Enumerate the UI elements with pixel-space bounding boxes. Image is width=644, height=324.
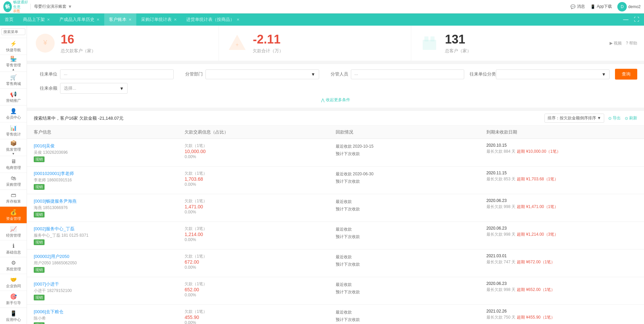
logo-area: 畅 畅捷通好生意 示范: [3, 0, 30, 13]
collapse-button[interactable]: ⋀ 收起更多条件: [321, 97, 350, 103]
customer-name-link[interactable]: [0016]吴俊: [34, 143, 185, 149]
last-collection: 最近收款: [336, 309, 486, 316]
overdue-amount-link[interactable]: 超期 ¥1,703.68（1笔）: [517, 177, 558, 181]
tab-minimize-icon[interactable]: —: [621, 16, 631, 23]
table-container: 客户信息 欠款交易信息（占比） 回款情况 到期未收款日期 [0016]吴俊 吴俊…: [27, 126, 644, 324]
tab-expand-icon[interactable]: ⛶: [632, 16, 641, 23]
customer-name-link[interactable]: [0002]服务中心_丁磊: [34, 226, 185, 232]
debt-customers-icon: ¥: [35, 33, 55, 53]
sidebar-item-marketing[interactable]: 📢 营销推广: [0, 89, 27, 106]
customer-name-link[interactable]: [0003]畅捷服务尹海燕: [34, 198, 185, 204]
sidebar: ⚡ 快捷导航 🏪 零售管理 ▲ 🛒 零售商城 📢 营销推广 👤 会员中心 📊 零…: [0, 26, 27, 324]
stats-bar: ¥ 16 总欠款客户（家） + -2.11 欠款合计（万）: [27, 26, 644, 61]
last-collection: 最近收款: [336, 281, 486, 289]
tab-home[interactable]: 首页: [0, 13, 18, 26]
overdue-amount-link[interactable]: 超期 ¥455.90（1笔）: [517, 315, 555, 320]
help-button[interactable]: ? 帮助: [626, 40, 637, 46]
tab-close-icon[interactable]: ✕: [96, 18, 100, 22]
customer-name-link[interactable]: [0007]小进干: [34, 281, 185, 287]
customer-phone: 服务中心_丁磊 181 0125 8371: [34, 233, 88, 238]
customer-tag: 现销: [34, 295, 45, 300]
app-download-button[interactable]: 📱 App下载: [590, 4, 612, 9]
sidebar-item-finance[interactable]: 💰 资金管理: [0, 207, 27, 224]
collection-info-cell: 最近收款 2020-10-15 预计下次收款: [336, 143, 486, 157]
overdue-info-cell: 2020.06.23 最长欠款 998 天 超期 ¥1,471.00（1笔）: [486, 198, 637, 210]
sidebar-item-guide[interactable]: 🎯 新手引导: [0, 291, 27, 308]
total-customers-label: 总客户（家）: [445, 48, 471, 54]
overdue-days: 最长欠款 998 天: [486, 204, 516, 209]
tab-product-listing[interactable]: 商品上下架 ✕: [18, 13, 55, 26]
chevron-down-icon: ▼: [601, 72, 606, 77]
filter-select-balance[interactable]: 选择... ▼: [60, 83, 128, 94]
due-date: 2020.10.15: [486, 143, 637, 148]
sidebar-item-system[interactable]: ⚙ 系统管理: [0, 257, 27, 274]
refresh-icon: ⊙: [625, 116, 628, 121]
tab-purchase-stats[interactable]: 采购订单统计表 ✕: [136, 13, 181, 26]
filter-select-dept[interactable]: ▼: [205, 69, 319, 79]
customer-name-link[interactable]: [0001020001]李老师: [34, 171, 185, 177]
company-selector[interactable]: 母婴行业演示账套 ▼: [30, 4, 76, 9]
sidebar-item-member-center[interactable]: 👤 会员中心: [0, 106, 27, 122]
sidebar-item-retail-mall[interactable]: 🛒 零售商城: [0, 72, 27, 89]
customer-name-link[interactable]: [000002]用户2050: [34, 254, 185, 260]
user-menu[interactable]: D demo2: [617, 2, 641, 11]
table-row: [0003]畅捷服务尹海燕 海燕 18513066976 现销 欠款（1笔） 1…: [27, 194, 644, 222]
last-collection: 最近收款 2020-06-30: [336, 171, 486, 178]
main-content: ¥ 16 总欠款客户（家） + -2.11 欠款合计（万）: [27, 26, 644, 324]
table-row: [0006]去下粮仓 陈小希 现销 欠款（1笔） 455.90 0.00% 最近…: [27, 305, 644, 324]
debt-pct: 0.00%: [185, 210, 196, 214]
sidebar-item-quick-nav[interactable]: ⚡ 快捷导航: [0, 38, 27, 55]
sidebar-item-purchase[interactable]: 🛍 采购管理: [0, 173, 27, 190]
tab-close-icon[interactable]: ✕: [174, 18, 177, 22]
tab-close-icon[interactable]: ✕: [129, 18, 132, 22]
overdue-days: 最长欠款 750 天: [486, 315, 516, 320]
overdue-amount-link[interactable]: 超期 ¥1,214.00（3笔）: [517, 232, 558, 237]
tab-purchase-product-stats[interactable]: 进货单统计表（按商品） ✕: [181, 13, 244, 26]
tab-production-history[interactable]: 产成品入库单历史 ✕: [55, 13, 104, 26]
chevron-down-icon: ▼: [12, 152, 15, 155]
customer-phone: 海燕 18513066976: [34, 205, 68, 210]
sidebar-item-wholesale[interactable]: 📦 批发管理 ▼: [0, 139, 27, 156]
results-info: 搜索结果中，客户16家 欠款金额 -21,148.07元: [34, 115, 123, 121]
sidebar-item-retail-mgmt[interactable]: 🏪 零售管理 ▲: [0, 55, 27, 72]
sidebar-item-operations[interactable]: 📈 经营管理: [0, 224, 27, 240]
purchase-icon: 🛍: [11, 175, 16, 181]
filter-select-category[interactable]: ▼: [496, 69, 610, 79]
filter-input-person[interactable]: ···: [351, 69, 465, 79]
tab-customer-account[interactable]: 客户账本 ✕: [104, 13, 136, 26]
search-button[interactable]: 查询: [615, 69, 637, 80]
overdue-amount-link[interactable]: 超期 ¥672.00（1笔）: [517, 260, 555, 264]
customer-tag: 现销: [34, 184, 45, 190]
sidebar-search-input[interactable]: [1, 28, 25, 35]
sidebar-item-enterprise-collab[interactable]: 🤝 企业协同: [0, 274, 27, 291]
export-button[interactable]: ⊙ 导出: [608, 115, 621, 121]
collection-info-cell: 最近收款 2020-06-30 预计下次收款: [336, 171, 486, 185]
help-icon: ?: [626, 41, 628, 46]
overdue-amount-link[interactable]: 超期 ¥10,000.00（1笔）: [517, 149, 561, 154]
sidebar-item-ecommerce[interactable]: 🖥 电商管理: [0, 156, 27, 173]
debt-amount: 652.00: [185, 287, 335, 292]
debt-pct: 0.00%: [185, 265, 196, 270]
tab-close-icon[interactable]: ✕: [236, 18, 240, 22]
debt-customers-count: 16: [61, 32, 96, 47]
sidebar-item-inventory[interactable]: 🗃 库存核算: [0, 190, 27, 207]
overdue-amount-link[interactable]: 超期 ¥652.00（1笔）: [517, 287, 555, 292]
table-row: [000002]用户2050 用户2050 18665062050 现销 欠款（…: [27, 249, 644, 277]
sort-selector[interactable]: 排序：按欠款金额倒序排序 ▼: [544, 114, 604, 123]
system-icon: ⚙: [11, 260, 16, 266]
view-video-button[interactable]: ▶ 视频: [610, 40, 622, 46]
sidebar-item-basic-info[interactable]: ℹ 基础信息: [0, 240, 27, 257]
refresh-button[interactable]: ⊙ 刷新: [625, 115, 637, 121]
tab-close-icon[interactable]: ✕: [47, 18, 50, 22]
customer-name-link[interactable]: [0006]去下粮仓: [34, 309, 185, 315]
filter-input-unit[interactable]: ···: [60, 69, 174, 79]
message-button[interactable]: 💬 消息: [570, 4, 585, 9]
company-dropdown-icon: ▼: [68, 4, 72, 9]
next-collection: 预计下次收款: [336, 289, 486, 296]
svg-rect-6: [430, 36, 435, 41]
collection-info-cell: 最近收款 预计下次收款: [336, 226, 486, 240]
overdue-amount-link[interactable]: 超期 ¥1,471.00（1笔）: [517, 204, 558, 209]
results-actions: 排序：按欠款金额倒序排序 ▼ ⊙ 导出 ⊙ 刷新: [544, 114, 637, 123]
sidebar-item-retail-stats[interactable]: 📊 零售统计: [0, 122, 27, 139]
sidebar-item-app-center[interactable]: 📱 应用中心: [0, 308, 27, 324]
